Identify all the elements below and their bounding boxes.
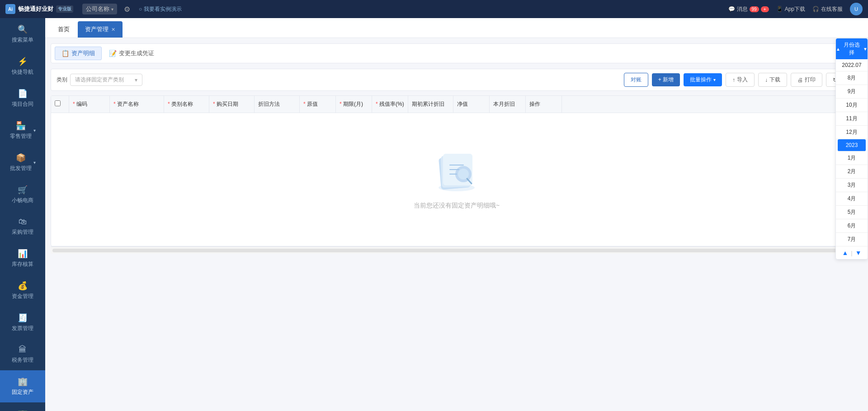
chevron-down-icon: ▾ <box>111 7 113 12</box>
print-button[interactable]: 🖨 打印 <box>791 73 822 87</box>
app-icon: 📱 <box>776 6 783 12</box>
col-monthly-depreciation: 本月折旧 <box>490 96 526 113</box>
purchase-icon: 🛍 <box>0 217 45 227</box>
tab-asset-management[interactable]: 资产管理 ✕ <box>78 21 123 38</box>
message-plus: + <box>761 6 769 12</box>
download-button[interactable]: ↓ 下载 <box>758 73 787 87</box>
logo-icon: Ai <box>5 4 15 14</box>
sub-tab-detail[interactable]: 📋 资产明细 <box>55 47 102 60</box>
company-selector[interactable]: 公司名称 ▾ <box>82 4 117 14</box>
user-avatar[interactable]: U <box>850 3 863 15</box>
settings-button[interactable]: ⚙ <box>121 3 133 15</box>
col-accumulated: 期初累计折旧 <box>408 96 453 113</box>
sidebar-item-tax[interactable]: 🏛 税务管理 <box>0 339 45 370</box>
empty-text: 当前您还没有固定资产明细哦~ <box>414 202 500 210</box>
month-panel-footer: ▲ | ▼ <box>836 246 868 259</box>
detail-icon: 📋 <box>61 50 69 57</box>
category-arrow-icon: ▾ <box>135 77 137 83</box>
col-category: * 类别名称 <box>164 96 209 113</box>
fixedassets-icon: 🏢 <box>0 377 45 387</box>
retail-arrow-icon: ▾ <box>33 128 36 133</box>
category-dropdown[interactable]: 请选择固定资产类别 ▾ <box>70 74 142 86</box>
voucher-icon: 📝 <box>109 50 117 57</box>
month-item-1[interactable]: 1月 <box>836 151 868 165</box>
sub-tab-bar: 📋 资产明细 📝 变更生成凭证 <box>51 43 863 63</box>
brand: Ai 畅捷通好业财 专业版 <box>5 4 73 14</box>
app-download-button[interactable]: 📱 App下载 <box>776 5 805 13</box>
sidebar-label-fixedassets: 固定资产 <box>0 388 45 396</box>
search-icon: 🔍 <box>0 24 45 34</box>
col-checkbox[interactable] <box>51 96 69 113</box>
col-net-value: 净值 <box>453 96 490 113</box>
month-item-9[interactable]: 9月 <box>836 85 868 99</box>
col-asset-name: * 资产名称 <box>110 96 164 113</box>
month-item-8[interactable]: 8月 <box>836 71 868 85</box>
add-button[interactable]: + 新增 <box>652 73 680 86</box>
sidebar-item-retail[interactable]: 🏪 零售管理 ▾ <box>0 114 45 146</box>
retail-icon: 🏪 <box>10 121 32 131</box>
sidebar-item-ecommerce[interactable]: 🛒 小畅电商 <box>0 179 45 211</box>
month-list: 2022.07 8月 9月 10月 11月 12月 <box>836 59 868 246</box>
sidebar-item-search[interactable]: 🔍 搜索菜单 <box>0 18 45 50</box>
month-item-3[interactable]: 3月 <box>836 179 868 192</box>
month-item-4[interactable]: 4月 <box>836 192 868 206</box>
month-down-arrow-icon[interactable]: ▼ <box>863 47 868 52</box>
import-button[interactable]: ↑ 导入 <box>726 73 755 87</box>
message-button[interactable]: 💬 消息 99 + <box>728 5 769 13</box>
month-item-2023[interactable]: 2023 <box>838 139 866 151</box>
user-initials: U <box>854 6 858 12</box>
scroll-track[interactable] <box>52 249 861 252</box>
tab-bar: 首页 资产管理 ✕ <box>45 18 868 38</box>
sidebar-label-invoice: 发票管理 <box>0 325 45 332</box>
sidebar-item-wholesale[interactable]: 📦 批发管理 ▾ <box>0 146 45 179</box>
sidebar-item-salary[interactable]: 💵 工资 <box>0 402 45 411</box>
table-container: * 编码 * 资产名称 * 类别名称 * 购买日期 <box>51 95 863 246</box>
sidebar-item-purchase[interactable]: 🛍 采购管理 <box>0 211 45 242</box>
tab-close-icon[interactable]: ✕ <box>111 27 115 33</box>
batch-button[interactable]: 批量操作 ▾ <box>684 73 722 86</box>
top-bar: Ai 畅捷通好业财 专业版 公司名称 ▾ ⚙ ○ 我要看实例演示 💬 消息 99… <box>0 0 868 18</box>
month-item-5[interactable]: 5月 <box>836 206 868 219</box>
demo-link[interactable]: ○ 我要看实例演示 <box>139 5 182 13</box>
month-item-12[interactable]: 12月 <box>836 126 868 139</box>
download-icon: ↓ <box>765 77 768 83</box>
project-icon: 📄 <box>0 89 45 99</box>
month-item-year[interactable]: 2022.07 <box>836 59 868 71</box>
invoice-icon: 🧾 <box>0 313 45 323</box>
month-item-2[interactable]: 2月 <box>836 165 868 179</box>
dui-zhang-button[interactable]: 对账 <box>624 73 648 87</box>
online-service-button[interactable]: 🎧 在线客服 <box>812 5 843 13</box>
sidebar-item-quicknav[interactable]: ⚡ 快捷导航 <box>0 50 45 82</box>
sidebar-item-finance[interactable]: 💰 资金管理 <box>0 274 45 307</box>
col-original-value: * 原值 <box>300 96 336 113</box>
tab-home[interactable]: 首页 <box>51 21 77 38</box>
month-item-11[interactable]: 11月 <box>836 112 868 126</box>
scroll-area[interactable] <box>51 246 863 254</box>
inventory-icon: 📊 <box>0 249 45 259</box>
month-panel-title: 月份选择 <box>842 41 861 57</box>
month-item-7[interactable]: 7月 <box>836 233 868 246</box>
sidebar-item-fixedassets[interactable]: 🏢 固定资产 <box>0 370 45 402</box>
sidebar-item-inventory[interactable]: 📊 库存核算 <box>0 242 45 274</box>
wholesale-icon: 📦 <box>10 153 32 163</box>
month-item-10[interactable]: 10月 <box>836 99 868 112</box>
toolbar: 类别 请选择固定资产类别 ▾ 对账 + 新增 批量操作 ▾ <box>51 69 863 91</box>
ecommerce-icon: 🛒 <box>0 185 45 195</box>
sidebar-item-project[interactable]: 📄 项目合同 <box>0 82 45 114</box>
sidebar-label-finance: 资金管理 <box>0 293 45 300</box>
select-all-checkbox[interactable] <box>55 100 61 106</box>
sidebar-label-quicknav: 快捷导航 <box>0 68 45 76</box>
month-panel-nav-down[interactable]: ▼ <box>855 249 862 256</box>
month-up-arrow-icon[interactable]: ▲ <box>836 47 840 52</box>
wholesale-arrow-icon: ▾ <box>33 160 36 165</box>
sub-tab-voucher[interactable]: 📝 变更生成凭证 <box>103 47 160 60</box>
sidebar-item-invoice[interactable]: 🧾 发票管理 <box>0 307 45 339</box>
sub-tag: 专业版 <box>56 5 73 13</box>
col-purchase-date: * 购买日期 <box>209 96 255 113</box>
table-header: * 编码 * 资产名称 * 类别名称 * 购买日期 <box>51 96 862 113</box>
category-label: 类别 <box>57 76 67 84</box>
col-depreciation-method: 折旧方法 <box>255 96 300 113</box>
category-filter: 类别 请选择固定资产类别 ▾ <box>57 74 142 86</box>
month-item-6[interactable]: 6月 <box>836 219 868 233</box>
month-panel-nav-up[interactable]: ▲ <box>842 249 848 256</box>
